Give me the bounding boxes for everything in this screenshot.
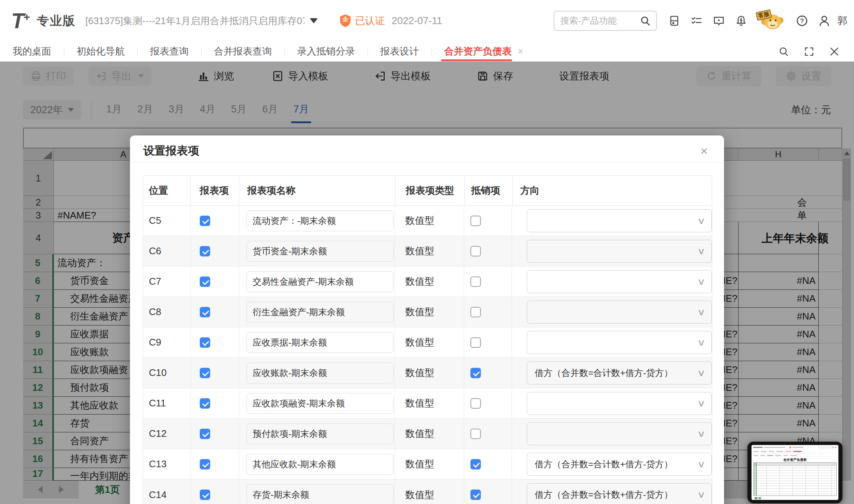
open-tabs: 我的桌面 初始化导航 报表查询 合并报表查询 录入抵销分录 报表设计 合并资产负…: [0, 42, 536, 61]
search-icon[interactable]: [639, 14, 652, 27]
chevron-down-icon: ∨: [697, 368, 706, 378]
item-name-input[interactable]: 预付款项-期末余额: [247, 423, 394, 444]
preview-screen: 合并资产负债表 第1页: [752, 445, 838, 500]
item-name-value: 应收款项融资-期末余额: [253, 397, 345, 409]
report-item-row: C6 货币资金-期末余额 数值型 ∨: [143, 236, 712, 266]
workspace-tab[interactable]: 合并报表查询: [201, 42, 284, 61]
tplus-logo[interactable]: T +: [11, 10, 30, 32]
report-item-checkbox[interactable]: [200, 368, 210, 378]
offset-checkbox[interactable]: [470, 307, 481, 317]
item-name-input[interactable]: 货币资金-期末余额: [247, 241, 394, 262]
report-item-row: C8 衍生金融资产-期末余额 数值型 ∨: [143, 297, 712, 327]
report-item-checkbox[interactable]: [200, 337, 210, 348]
item-name-cell: 应收账款-期末余额: [239, 358, 395, 388]
direction-select[interactable]: ∨: [527, 422, 712, 445]
direction-select[interactable]: 借方（合并数=合计数+借方-贷方） ∨: [527, 361, 712, 384]
offset-checkbox[interactable]: [470, 459, 481, 469]
direction-select[interactable]: ∨: [527, 301, 712, 324]
direction-select[interactable]: ∨: [527, 209, 712, 232]
dialog-close-icon[interactable]: ×: [700, 144, 708, 157]
item-name-input[interactable]: 应收票据-期末余额: [247, 332, 394, 353]
workspace-tab[interactable]: 我的桌面: [0, 42, 64, 61]
account-title[interactable]: [631375]集测----21年1月启用合并抵消只启用库存07...: [85, 14, 304, 27]
checklist-icon[interactable]: [690, 14, 703, 27]
item-name-input[interactable]: 交易性金融资产-期末余额: [247, 271, 394, 292]
username-label[interactable]: 郭: [837, 14, 847, 27]
shield-icon: 企: [339, 14, 351, 27]
report-item-checkbox[interactable]: [200, 216, 210, 226]
item-type: 数值型: [395, 419, 465, 449]
set-report-items-dialog: 设置报表项 × 位置 报表项 报表项名称 报表项类型 抵销项 方向 C5 流动资…: [130, 135, 724, 504]
item-name-value: 预付款项-期末余额: [253, 428, 327, 440]
calculator-icon[interactable]: [668, 14, 681, 27]
item-name-value: 货币资金-期末余额: [253, 245, 327, 257]
report-item-checkbox[interactable]: [200, 429, 210, 439]
report-item-row: C12 预付款项-期末余额 数值型 ∨: [143, 419, 712, 449]
offset-checkbox[interactable]: [470, 276, 481, 287]
tab-label: 报表查询: [150, 45, 189, 58]
tab-close-icon[interactable]: ×: [518, 46, 523, 57]
item-position: C8: [143, 297, 191, 327]
account-caret-down-icon[interactable]: [310, 18, 318, 23]
fullscreen-icon[interactable]: [803, 45, 815, 58]
offset-checkbox[interactable]: [470, 429, 481, 439]
offset-checkbox-cell: [464, 297, 512, 327]
offset-checkbox[interactable]: [470, 216, 481, 226]
edition-label: 专业版: [37, 13, 76, 29]
offset-checkbox[interactable]: [470, 337, 481, 348]
workspace-tab[interactable]: 报表查询: [137, 42, 201, 61]
report-item-checkbox[interactable]: [200, 276, 210, 287]
report-item-row: C5 流动资产：-期末余额 数值型 ∨: [143, 206, 712, 236]
search-input[interactable]: [560, 16, 639, 26]
offset-checkbox[interactable]: [470, 246, 481, 256]
col-direction: 方向: [513, 176, 712, 205]
notification-bell-icon[interactable]: [735, 14, 747, 27]
direction-select[interactable]: ∨: [527, 240, 712, 263]
item-name-input[interactable]: 流动资产：-期末余额: [247, 210, 394, 231]
direction-select[interactable]: 借方（合并数=合计数+借方-贷方） ∨: [527, 453, 712, 476]
chevron-down-icon: ∨: [697, 459, 706, 469]
support-mascot-icon[interactable]: 客服: [757, 10, 786, 32]
screen-preview-thumbnail[interactable]: 合并资产负债表 第1页: [747, 442, 842, 503]
close-workspace-icon[interactable]: [828, 45, 841, 58]
direction-select[interactable]: ∨: [527, 392, 712, 415]
direction-cell: ∨: [512, 236, 712, 266]
offset-checkbox[interactable]: [470, 490, 481, 500]
item-name-value: 存货-期末余额: [253, 489, 309, 501]
report-item-checkbox[interactable]: [200, 246, 210, 256]
tab-label: 合并资产负债表: [444, 45, 512, 58]
direction-cell: 借方（合并数=合计数+借方-贷方） ∨: [512, 358, 712, 388]
direction-select[interactable]: 借方（合并数=合计数+借方-贷方） ∨: [527, 483, 712, 504]
item-checkbox-cell: [191, 236, 239, 266]
offset-checkbox[interactable]: [470, 398, 481, 409]
item-name-input[interactable]: 其他应收款-期末余额: [247, 454, 394, 475]
item-type: 数值型: [395, 480, 465, 504]
top-bar: T + 专业版 [631375]集测----21年1月启用合并抵消只启用库存07…: [0, 0, 854, 42]
item-name-input[interactable]: 应收账款-期末余额: [247, 363, 394, 383]
item-name-value: 衍生金融资产-期末余额: [253, 306, 345, 318]
report-item-checkbox[interactable]: [200, 398, 210, 409]
preview-page-tab: 第1页: [752, 497, 838, 500]
report-item-checkbox[interactable]: [200, 490, 210, 500]
item-name-value: 流动资产：-期末余额: [253, 215, 336, 227]
item-name-input[interactable]: 衍生金融资产-期末余额: [247, 302, 394, 323]
tab-search-icon[interactable]: [778, 45, 790, 58]
direction-select[interactable]: ∨: [527, 331, 712, 354]
item-name-input[interactable]: 存货-期末余额: [247, 484, 394, 504]
help-icon[interactable]: ?: [796, 14, 808, 27]
offset-checkbox[interactable]: [470, 368, 481, 378]
workspace-tab[interactable]: 录入抵销分录: [284, 42, 368, 61]
direction-select[interactable]: ∨: [527, 270, 712, 293]
item-checkbox-cell: [191, 358, 239, 388]
user-icon[interactable]: [818, 14, 831, 27]
workspace-tab[interactable]: 报表设计: [368, 42, 431, 61]
report-item-checkbox[interactable]: [200, 459, 210, 469]
product-search[interactable]: [554, 11, 657, 31]
feedback-icon[interactable]: [713, 14, 725, 27]
item-type: 数值型: [395, 297, 465, 327]
item-name-input[interactable]: 应收款项融资-期末余额: [247, 393, 394, 414]
workspace-tab[interactable]: 合并资产负债表 ×: [431, 42, 536, 61]
date-label: 2022-07-11: [392, 15, 442, 27]
report-item-checkbox[interactable]: [200, 307, 210, 317]
workspace-tab[interactable]: 初始化导航: [64, 42, 137, 61]
